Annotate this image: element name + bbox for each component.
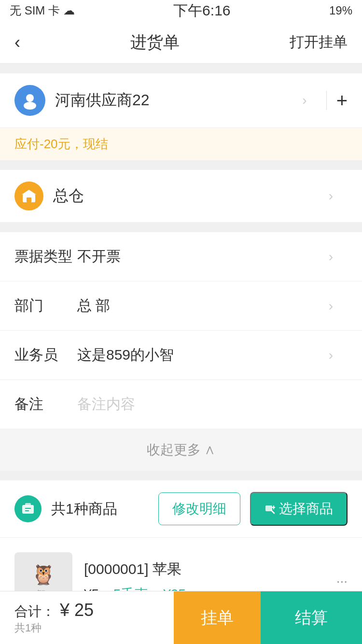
products-icon — [14, 495, 42, 522]
svg-point-1 — [24, 102, 36, 110]
sales-label: 业务员 — [14, 345, 77, 365]
sales-value: 这是859的小智 — [77, 345, 329, 365]
status-battery: 19% — [329, 4, 352, 17]
add-supplier-button[interactable]: + — [336, 90, 348, 112]
page-title: 进货单 — [130, 31, 180, 54]
collapse-label: 收起更多 ∧ — [147, 441, 216, 459]
open-hang-button[interactable]: 打开挂单 — [290, 32, 348, 52]
form-section: 票据类型 不开票 › 部门 总 部 › 业务员 这是859的小智 › 备注 备注… — [0, 232, 362, 429]
supplier-avatar — [14, 85, 45, 116]
svg-marker-3 — [22, 190, 36, 195]
bottom-bar: 合计： ¥ 25 共1种 挂单 结算 — [0, 591, 362, 644]
warehouse-icon — [14, 182, 43, 210]
svg-rect-5 — [22, 505, 34, 514]
supplier-chevron-icon: › — [302, 93, 306, 108]
hang-button[interactable]: 挂单 — [174, 591, 261, 644]
sales-chevron-icon: › — [329, 348, 333, 363]
product-title: 苹果 — [153, 561, 181, 577]
product-code: [0000001] — [84, 561, 148, 577]
remark-label: 备注 — [14, 394, 77, 414]
warehouse-section: 总仓 › — [0, 170, 362, 223]
dept-chevron-icon: › — [329, 298, 333, 314]
total-count: 共1种 — [14, 621, 159, 635]
warehouse-row[interactable]: 总仓 › — [0, 170, 362, 223]
section-divider-4 — [0, 471, 362, 480]
status-time: 下午6:16 — [173, 1, 230, 21]
status-signal: 无 SIM 卡 ☁ — [10, 3, 75, 18]
warehouse-name: 总仓 — [53, 185, 329, 207]
supplier-name: 河南供应商22 — [55, 90, 302, 111]
invoice-value: 不开票 — [77, 247, 329, 266]
supplier-row[interactable]: 河南供应商22 › + — [0, 73, 362, 128]
nav-bar: ‹ 进货单 打开挂单 — [0, 21, 362, 64]
total-section: 合计： ¥ 25 共1种 — [0, 591, 174, 644]
section-divider-2 — [0, 160, 362, 170]
svg-rect-6 — [25, 503, 31, 506]
svg-point-0 — [26, 94, 34, 102]
invoice-label: 票据类型 — [14, 247, 77, 266]
total-amount: ¥ 25 — [60, 600, 94, 620]
total-label: 合计： — [14, 602, 55, 621]
supplier-notice: 应付-20元，现结 — [0, 128, 362, 160]
svg-rect-4 — [27, 197, 31, 202]
remark-input[interactable]: 备注内容 — [77, 394, 348, 414]
invoice-chevron-icon: › — [329, 249, 333, 265]
edit-detail-button[interactable]: 修改明细 — [158, 492, 240, 525]
product-more-button[interactable]: ··· — [336, 574, 348, 589]
supplier-section: 河南供应商22 › + 应付-20元，现结 — [0, 73, 362, 160]
product-name: [0000001] 苹果 — [84, 560, 325, 579]
dept-label: 部门 — [14, 296, 77, 316]
select-product-button[interactable]: 选择商品 — [250, 492, 348, 526]
checkout-button[interactable]: 结算 — [261, 591, 362, 644]
svg-line-10 — [271, 510, 274, 513]
remark-row[interactable]: 备注 备注内容 — [0, 380, 362, 429]
select-product-label: 选择商品 — [279, 500, 333, 518]
section-divider-1 — [0, 64, 362, 73]
sales-row[interactable]: 业务员 这是859的小智 › — [0, 331, 362, 380]
section-divider-3 — [0, 223, 362, 232]
products-count: 共1种商品 — [51, 499, 149, 519]
dept-row[interactable]: 部门 总 部 › — [0, 281, 362, 331]
collapse-row[interactable]: 收起更多 ∧ — [0, 429, 362, 471]
back-button[interactable]: ‹ — [14, 32, 20, 53]
supplier-separator — [326, 91, 327, 110]
products-header: 共1种商品 修改明细 选择商品 — [0, 480, 362, 538]
warehouse-chevron-icon: › — [329, 188, 333, 204]
status-bar: 无 SIM 卡 ☁ 下午6:16 19% — [0, 0, 362, 21]
dept-value: 总 部 — [77, 296, 329, 316]
invoice-row[interactable]: 票据类型 不开票 › — [0, 232, 362, 281]
owl-icon: 🦉 — [31, 563, 56, 586]
